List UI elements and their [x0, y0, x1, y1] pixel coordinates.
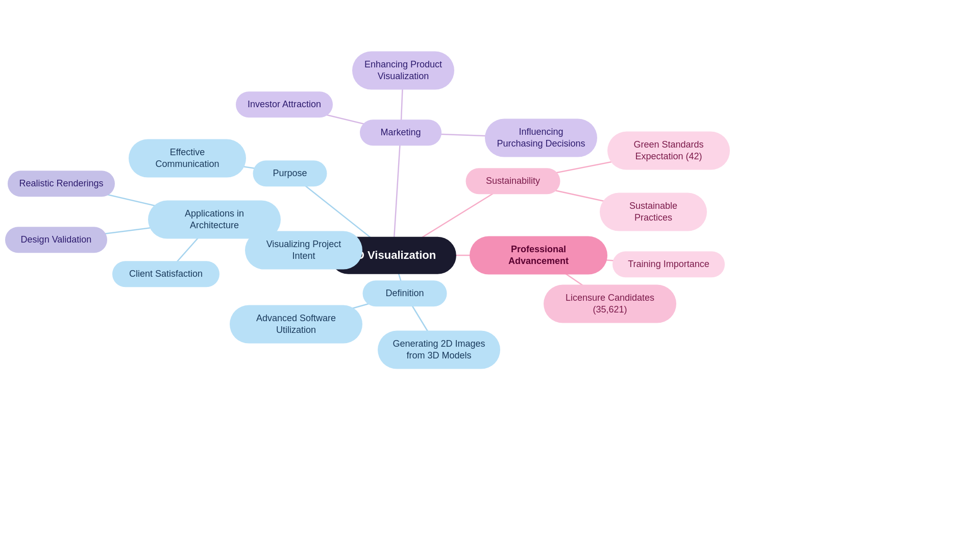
node-licensure[interactable]: Licensure Candidates (35,621)	[544, 285, 676, 323]
node-sustainability[interactable]: Sustainability	[466, 168, 560, 194]
node-sustainable-practices[interactable]: Sustainable Practices	[600, 193, 707, 231]
node-effective-comm[interactable]: Effective Communication	[129, 139, 246, 178]
node-influencing[interactable]: Influencing Purchasing Decisions	[485, 119, 597, 157]
node-green-standards[interactable]: Green Standards Expectation (42)	[607, 132, 730, 170]
node-visualizing[interactable]: Visualizing Project Intent	[245, 231, 362, 270]
node-investor[interactable]: Investor Attraction	[236, 91, 333, 117]
node-realistic[interactable]: Realistic Renderings	[8, 171, 115, 197]
node-design-val[interactable]: Design Validation	[5, 227, 107, 253]
node-generating[interactable]: Generating 2D Images from 3D Models	[378, 331, 500, 369]
node-marketing[interactable]: Marketing	[360, 119, 442, 146]
node-client-sat[interactable]: Client Satisfaction	[112, 261, 219, 287]
node-enhancing[interactable]: Enhancing Product Visualization	[352, 52, 454, 90]
node-definition[interactable]: Definition	[363, 280, 447, 306]
mind-map: 3D VisualizationMarketingEnhancing Produ…	[0, 0, 980, 553]
node-training[interactable]: Training Importance	[612, 251, 725, 277]
node-prof-advancement[interactable]: Professional Advancement	[470, 236, 607, 275]
node-purpose[interactable]: Purpose	[253, 160, 327, 186]
node-adv-software[interactable]: Advanced Software Utilization	[230, 305, 362, 344]
